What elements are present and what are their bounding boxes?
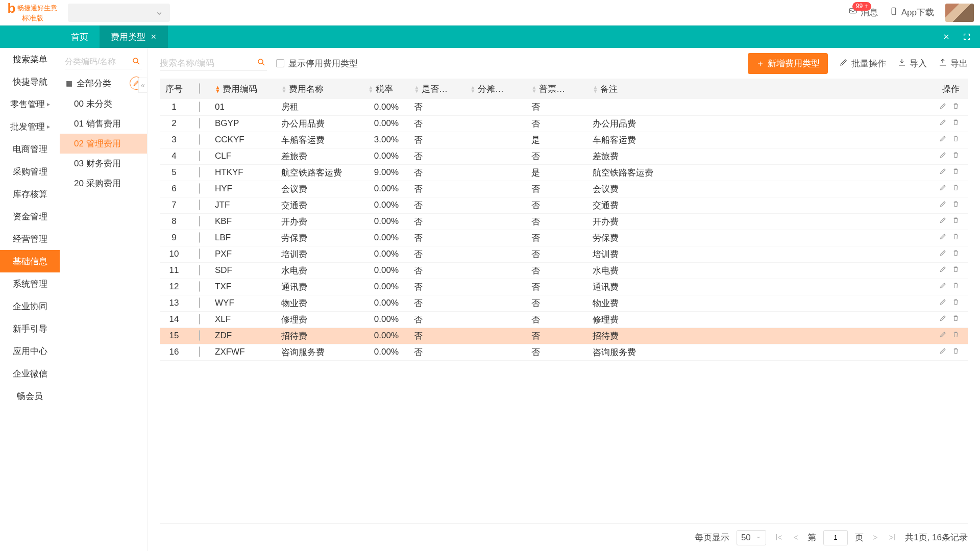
- avatar[interactable]: [945, 4, 974, 22]
- edit-icon[interactable]: [939, 266, 947, 274]
- row-checkbox[interactable]: [188, 132, 211, 148]
- row-checkbox[interactable]: [188, 311, 211, 328]
- col-bool[interactable]: ▲▼是否…: [410, 79, 466, 99]
- row-checkbox[interactable]: [188, 344, 211, 360]
- nav-item[interactable]: 库存核算: [0, 183, 60, 205]
- nav-item[interactable]: 快捷导航: [0, 70, 60, 93]
- row-checkbox[interactable]: [188, 213, 211, 230]
- delete-icon[interactable]: [952, 282, 960, 291]
- add-fee-type-button[interactable]: ＋ 新增费用类型: [748, 53, 828, 74]
- col-share[interactable]: ▲▼分摊…: [466, 79, 527, 99]
- delete-icon[interactable]: [952, 135, 960, 144]
- edit-icon[interactable]: [939, 103, 947, 111]
- nav-item[interactable]: 应用中心: [0, 340, 60, 362]
- edit-icon[interactable]: [939, 331, 947, 340]
- col-rate[interactable]: ▲▼税率: [364, 79, 410, 99]
- category-item[interactable]: 02 管理费用: [60, 134, 147, 154]
- app-download-button[interactable]: App下载: [889, 7, 934, 18]
- row-checkbox[interactable]: [188, 328, 211, 344]
- col-name[interactable]: ▲▼费用名称: [277, 79, 364, 99]
- page-prev-button[interactable]: <: [792, 533, 800, 542]
- page-next-button[interactable]: >: [871, 533, 879, 542]
- nav-item[interactable]: 畅会员: [0, 385, 60, 407]
- table-row[interactable]: 9LBF劳保费0.00%否否劳保费: [160, 230, 968, 246]
- search-input[interactable]: [160, 56, 267, 71]
- row-checkbox[interactable]: [188, 246, 211, 262]
- table-row[interactable]: 7JTF交通费0.00%否否交通费: [160, 197, 968, 213]
- row-checkbox[interactable]: [188, 181, 211, 197]
- nav-item[interactable]: 零售管理▸: [0, 93, 60, 115]
- close-icon[interactable]: ✕: [151, 33, 157, 41]
- search-icon[interactable]: [132, 57, 141, 68]
- col-code[interactable]: ▲▼费用编码: [211, 79, 277, 99]
- batch-action-button[interactable]: 批量操作: [839, 58, 886, 69]
- nav-item[interactable]: 批发管理▸: [0, 115, 60, 138]
- table-row[interactable]: 16ZXFWF咨询服务费0.00%否否咨询服务费: [160, 344, 968, 360]
- delete-icon[interactable]: [952, 249, 960, 258]
- page-first-button[interactable]: I<: [773, 533, 785, 542]
- edit-icon[interactable]: [939, 315, 947, 323]
- edit-icon[interactable]: [939, 201, 947, 209]
- row-checkbox[interactable]: [188, 197, 211, 213]
- edit-icon[interactable]: [939, 168, 947, 177]
- nav-item[interactable]: 电商管理: [0, 138, 60, 160]
- edit-icon[interactable]: [939, 217, 947, 226]
- category-item[interactable]: 20 采购费用: [60, 173, 147, 193]
- table-row[interactable]: 6HYF会议费0.00%否否会议费: [160, 181, 968, 197]
- import-button[interactable]: 导入: [897, 58, 927, 69]
- table-row[interactable]: 15ZDF招待费0.00%否否招待费: [160, 328, 968, 344]
- messages-button[interactable]: 99 + 消息: [848, 7, 878, 18]
- table-row[interactable]: 3CCKYF车船客运费3.00%否是车船客运费: [160, 132, 968, 148]
- fullscreen-button[interactable]: [957, 26, 977, 48]
- collapse-panel-button[interactable]: «: [138, 78, 148, 93]
- edit-icon[interactable]: [939, 282, 947, 291]
- table-row[interactable]: 4CLF差旅费0.00%否否差旅费: [160, 148, 968, 164]
- table-row[interactable]: 5HTKYF航空铁路客运费9.00%否是航空铁路客运费: [160, 164, 968, 181]
- table-row[interactable]: 2BGYP办公用品费0.00%否否办公用品费: [160, 115, 968, 132]
- col-select-all[interactable]: [188, 79, 211, 99]
- edit-icon[interactable]: [939, 233, 947, 242]
- row-checkbox[interactable]: [188, 262, 211, 279]
- delete-icon[interactable]: [952, 201, 960, 209]
- delete-icon[interactable]: [952, 103, 960, 111]
- nav-item[interactable]: 新手引导: [0, 317, 60, 340]
- delete-icon[interactable]: [952, 168, 960, 177]
- nav-item[interactable]: 经营管理: [0, 228, 60, 250]
- delete-icon[interactable]: [952, 331, 960, 340]
- table-row[interactable]: 8KBF开办费0.00%否否开办费: [160, 213, 968, 230]
- category-item[interactable]: 00 未分类: [60, 94, 147, 114]
- nav-item[interactable]: 系统管理: [0, 272, 60, 295]
- row-checkbox[interactable]: [188, 230, 211, 246]
- table-row[interactable]: 13WYF物业费0.00%否否物业费: [160, 295, 968, 311]
- row-checkbox[interactable]: [188, 115, 211, 132]
- delete-icon[interactable]: [952, 217, 960, 226]
- col-idx[interactable]: 序号: [160, 79, 188, 99]
- edit-icon[interactable]: [939, 152, 947, 160]
- show-disabled-checkbox[interactable]: 显示停用费用类型: [276, 58, 358, 69]
- nav-item[interactable]: 企业协同: [0, 295, 60, 317]
- per-page-select[interactable]: 50: [737, 530, 766, 545]
- company-dropdown[interactable]: [68, 4, 170, 22]
- delete-icon[interactable]: [952, 119, 960, 128]
- table-row[interactable]: 10PXF培训费0.00%否否培训费: [160, 246, 968, 262]
- tab-close-all-button[interactable]: [936, 26, 957, 48]
- edit-icon[interactable]: [939, 347, 947, 356]
- row-checkbox[interactable]: [188, 164, 211, 181]
- col-remark[interactable]: ▲▼备注: [589, 79, 922, 99]
- delete-icon[interactable]: [952, 347, 960, 356]
- col-ticket[interactable]: ▲▼普票…: [527, 79, 589, 99]
- row-checkbox[interactable]: [188, 295, 211, 311]
- delete-icon[interactable]: [952, 233, 960, 242]
- delete-icon[interactable]: [952, 298, 960, 307]
- edit-icon[interactable]: [939, 298, 947, 307]
- edit-icon[interactable]: [939, 135, 947, 144]
- category-search-input[interactable]: [65, 54, 142, 69]
- table-row[interactable]: 12TXF通讯费0.00%否否通讯费: [160, 279, 968, 295]
- edit-icon[interactable]: [939, 119, 947, 128]
- row-checkbox[interactable]: [188, 99, 211, 115]
- category-item[interactable]: 01 销售费用: [60, 114, 147, 134]
- page-input[interactable]: [823, 530, 848, 545]
- table-row[interactable]: 101房租0.00%否否: [160, 99, 968, 115]
- nav-item[interactable]: 基础信息: [0, 250, 60, 272]
- row-checkbox[interactable]: [188, 279, 211, 295]
